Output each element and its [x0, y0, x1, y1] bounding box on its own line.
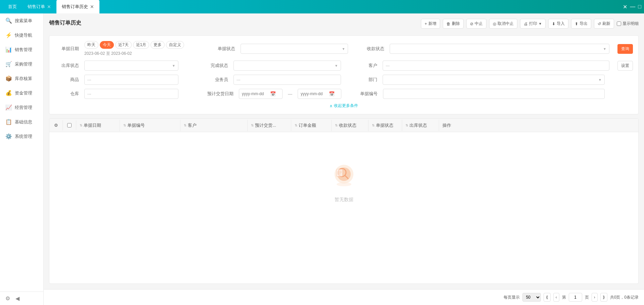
doc-status-label: 单据状态	[211, 46, 235, 52]
doc-status-filter[interactable]: ▼	[241, 44, 348, 54]
tab-home-label: 首页	[8, 4, 17, 10]
show-detail-input[interactable]	[617, 22, 621, 26]
warehouse-dots[interactable]: ···	[87, 91, 91, 97]
inventory-icon: 📦	[5, 75, 12, 82]
sort-amount-icon: ⇅	[295, 123, 297, 127]
complete-status-arrow: ▼	[335, 64, 338, 68]
customer-dots[interactable]: ···	[386, 63, 390, 68]
tab-home[interactable]: 首页	[3, 0, 22, 13]
per-page-select[interactable]: 20 50 100	[522, 293, 541, 302]
toolbar: + 新增 🗑 删除 ⊘ 中止 ◎ 取消中止	[421, 19, 639, 29]
product-filter[interactable]: ···	[84, 75, 178, 85]
shortcut-custom[interactable]: 自定义	[166, 41, 184, 49]
sort-receipt-icon: ⇅	[335, 123, 338, 127]
export-button[interactable]: ⬆ 导出	[571, 19, 591, 29]
cancel-stop-button[interactable]: ◎ 取消中止	[489, 19, 517, 29]
pagination-bar: 每页显示 20 50 100 ⟪ ‹ 第 页 › ⟫ 共0页，0条记录	[44, 289, 644, 305]
sidebar-item-operation[interactable]: 📈 经营管理	[0, 100, 43, 115]
import-button[interactable]: ⬇ 导入	[548, 19, 568, 29]
shortcut-7days[interactable]: 近7天	[115, 41, 132, 49]
tab-sales-order-history-close[interactable]: ✕	[90, 4, 94, 9]
new-button[interactable]: + 新增	[421, 19, 440, 29]
refresh-button[interactable]: ↺ 刷新	[594, 19, 614, 29]
doc-number-filter[interactable]	[383, 89, 605, 99]
product-dots[interactable]: ···	[87, 77, 91, 82]
sidebar-item-quicknav[interactable]: ⚡ 快捷导航	[0, 28, 43, 42]
tab-sales-order-history[interactable]: 销售订单历史 ✕	[56, 0, 99, 13]
delete-button[interactable]: 🗑 删除	[443, 19, 464, 29]
customer-filter[interactable]: ···	[383, 61, 609, 71]
col-customer-header[interactable]: ⇅ 客户	[180, 120, 248, 131]
col-customer-label: 客户	[188, 122, 197, 128]
shortcut-1month[interactable]: 近1月	[133, 41, 149, 49]
complete-status-filter[interactable]: ▼	[233, 61, 341, 71]
warehouse-status-filter[interactable]: ▼	[84, 61, 178, 71]
close-window-icon[interactable]: ✕	[623, 4, 627, 10]
sidebar-item-finance[interactable]: 💰 资金管理	[0, 86, 43, 100]
department-filter[interactable]: ▼	[383, 75, 605, 85]
sidebar-item-system[interactable]: ⚙️ 系统管理	[0, 129, 43, 144]
sidebar-item-purchase[interactable]: 🛒 采购管理	[0, 57, 43, 71]
stop-button[interactable]: ⊘ 中止	[466, 19, 486, 29]
col-date-header[interactable]: ⇅ 单据日期	[76, 120, 120, 131]
col-checkbox-header[interactable]	[63, 120, 76, 130]
print-button[interactable]: 🖨 打印 ▼	[520, 19, 546, 29]
print-arrow-icon: ▼	[539, 22, 542, 26]
main-layout: 🔍 搜索菜单 ⚡ 快捷导航 📊 销售管理 🛒 采购管理 📦 库存核算 💰 资金管…	[0, 13, 644, 305]
last-page-button[interactable]: ⟫	[600, 293, 607, 302]
salesperson-filter[interactable]: ···	[233, 75, 341, 85]
new-icon: +	[425, 22, 427, 26]
sidebar-item-quicknav-label: 快捷导航	[15, 32, 32, 38]
import-label: 导入	[557, 21, 565, 27]
receipt-status-filter[interactable]: ▼	[390, 44, 609, 54]
settings-bottom-icon[interactable]: ⚙	[5, 295, 10, 302]
delivery-date-start-input[interactable]	[242, 91, 269, 96]
refresh-icon: ↺	[598, 22, 601, 26]
shortcut-yesterday[interactable]: 昨天	[84, 41, 98, 49]
collapse-sidebar-icon[interactable]: ◀	[15, 295, 19, 302]
col-amount-header[interactable]: ⇅ 订单金额	[291, 120, 332, 131]
warehouse-filter[interactable]: ···	[84, 89, 178, 99]
first-page-button[interactable]: ⟪	[544, 293, 551, 302]
empty-text: 暂无数据	[335, 197, 353, 203]
col-warehouse-status-header[interactable]: ⇅ 出库状态	[402, 120, 439, 131]
page-number-input[interactable]	[569, 293, 582, 302]
doc-number-input[interactable]	[386, 91, 602, 96]
next-page-button[interactable]: ›	[592, 293, 598, 302]
empty-state: 暂无数据	[49, 132, 638, 230]
col-delivery-header[interactable]: ⇅ 预计交货...	[248, 120, 291, 131]
query-button[interactable]: 查询	[617, 44, 633, 54]
col-docno-header[interactable]: ⇅ 单据编号	[120, 120, 180, 131]
delivery-date-end-input[interactable]	[301, 91, 328, 96]
export-label: 导出	[579, 21, 588, 27]
tab-sales-order[interactable]: 销售订单 ✕	[22, 0, 56, 13]
col-settings-header[interactable]: ⚙	[49, 120, 63, 130]
settings-button[interactable]: 设置	[617, 61, 633, 71]
sidebar-item-sales[interactable]: 📊 销售管理	[0, 42, 43, 57]
col-receipt-status-header[interactable]: ⇅ 收款状态	[332, 120, 369, 131]
col-docno-label: 单据编号	[127, 122, 145, 128]
delivery-date-end[interactable]: 📅	[298, 89, 341, 99]
salesperson-dots[interactable]: ···	[237, 77, 241, 82]
sidebar-item-sales-label: 销售管理	[15, 47, 32, 53]
tab-sales-order-close[interactable]: ✕	[47, 4, 51, 9]
collapse-row[interactable]: ∧ 收起更多条件	[55, 103, 633, 109]
quicknav-icon: ⚡	[5, 32, 12, 38]
sort-delivery-icon: ⇅	[251, 123, 254, 127]
select-all-checkbox[interactable]	[67, 123, 72, 127]
col-doc-status-header[interactable]: ⇅ 单据状态	[369, 120, 402, 131]
shortcut-today[interactable]: 今天	[100, 41, 114, 49]
prev-page-button[interactable]: ‹	[553, 293, 559, 302]
sidebar-item-search[interactable]: 🔍 搜索菜单	[0, 13, 43, 28]
minimize-icon[interactable]: —	[630, 4, 635, 10]
sort-customer-icon: ⇅	[184, 123, 186, 127]
maximize-icon[interactable]: □	[638, 4, 641, 10]
show-detail-checkbox[interactable]: 显示明细	[617, 21, 639, 27]
sidebar-item-inventory[interactable]: 📦 库存核算	[0, 71, 43, 86]
sidebar-item-operation-label: 经营管理	[15, 105, 32, 111]
date-shortcut-group: 昨天 今天 近7天 近1月 更多 自定义	[84, 41, 184, 49]
show-detail-label-text: 显示明细	[622, 21, 639, 27]
delivery-date-start[interactable]: 📅	[239, 89, 283, 99]
shortcut-more[interactable]: 更多	[151, 41, 165, 49]
sidebar-item-basic[interactable]: 📋 基础信息	[0, 115, 43, 129]
